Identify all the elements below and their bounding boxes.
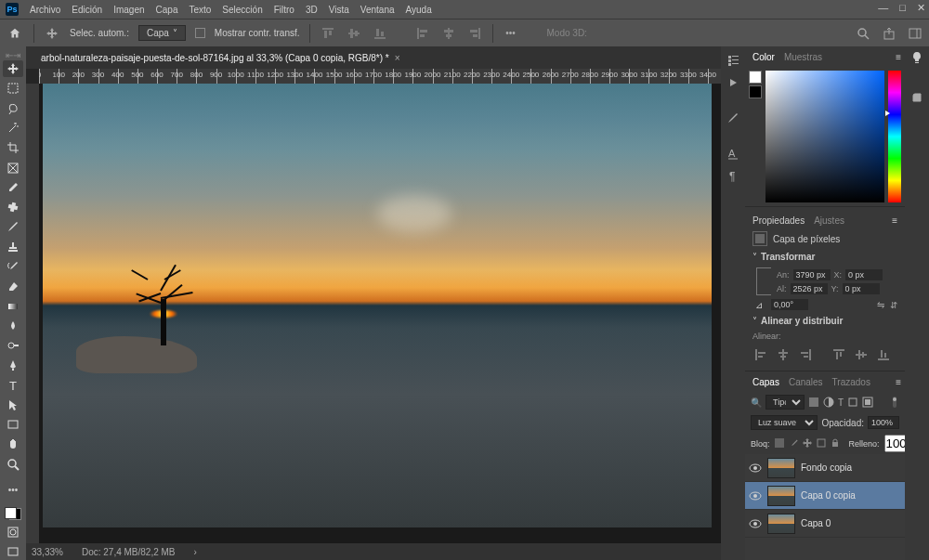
path-selection-tool[interactable]: [3, 397, 23, 413]
align-hcenter-icon[interactable]: [440, 25, 457, 42]
lock-move-icon[interactable]: [803, 438, 812, 449]
align-top-icon[interactable]: [320, 25, 336, 42]
status-chevron-icon[interactable]: ›: [194, 547, 197, 557]
align-left-icon[interactable]: [414, 25, 431, 42]
lock-position-icon[interactable]: [789, 438, 798, 449]
visibility-eye-icon[interactable]: [749, 517, 762, 530]
align-right-btn[interactable]: [797, 346, 814, 363]
layer-row[interactable]: Fondo copia: [745, 454, 905, 482]
gradient-tool[interactable]: [3, 297, 23, 314]
magic-wand-tool[interactable]: [3, 120, 23, 137]
show-transform-checkbox[interactable]: [195, 28, 205, 38]
eraser-tool[interactable]: [3, 278, 23, 294]
align-left-btn[interactable]: [752, 346, 769, 363]
move-tool[interactable]: [3, 60, 23, 77]
align-hcenter-btn[interactable]: [775, 346, 792, 363]
filter-smart-icon[interactable]: [862, 397, 873, 408]
lightbulb-icon[interactable]: [909, 50, 924, 65]
menu-vista[interactable]: Vista: [329, 5, 349, 15]
canvas[interactable]: [39, 84, 721, 543]
visibility-eye-icon[interactable]: [749, 489, 762, 502]
panel-menu-icon[interactable]: ≡: [892, 215, 897, 226]
menu-ventana[interactable]: Ventana: [360, 5, 395, 15]
align-section-header[interactable]: ˅ Alinear y distribuir: [745, 312, 905, 330]
history-panel-icon[interactable]: [723, 50, 743, 71]
link-wh-icon[interactable]: [756, 267, 771, 295]
workspace-icon[interactable]: [907, 25, 923, 42]
filter-search-icon[interactable]: 🔍: [751, 397, 762, 408]
quick-mask-icon[interactable]: [3, 523, 23, 540]
width-input[interactable]: [793, 269, 831, 280]
tab-trazados[interactable]: Trazados: [832, 377, 870, 387]
menu-seleccion[interactable]: Selección: [222, 5, 262, 15]
flip-v-icon[interactable]: ⇵: [890, 300, 897, 310]
hue-slider[interactable]: [888, 71, 901, 202]
filter-type-dropdown[interactable]: Tipo: [765, 395, 805, 410]
x-input[interactable]: [845, 269, 883, 280]
tab-ajustes[interactable]: Ajustes: [814, 215, 844, 226]
brush-tool[interactable]: [3, 218, 23, 235]
search-icon[interactable]: [855, 25, 871, 42]
auto-select-target-dropdown[interactable]: Capa ˅: [138, 25, 186, 41]
document-tab[interactable]: arbol-naturaleza-paisaje-puesta-de-sol-8…: [32, 49, 410, 67]
paragraph-panel-icon[interactable]: ¶: [723, 165, 743, 186]
eyedropper-tool[interactable]: [3, 179, 23, 196]
angle-input[interactable]: [771, 299, 808, 310]
lasso-tool[interactable]: [3, 100, 23, 117]
filter-adjustment-icon[interactable]: [823, 397, 834, 408]
layer-row[interactable]: Capa 0 copia: [745, 482, 905, 510]
libraries-panel-icon[interactable]: [910, 91, 923, 104]
tab-capas[interactable]: Capas: [752, 377, 779, 387]
menu-imagen[interactable]: Imagen: [113, 5, 144, 15]
align-bottom-btn[interactable]: [875, 346, 892, 363]
zoom-level[interactable]: 33,33%: [32, 547, 63, 557]
background-color[interactable]: [749, 85, 762, 98]
panel-menu-icon[interactable]: ≡: [896, 52, 901, 62]
pen-tool[interactable]: [3, 357, 23, 373]
screen-mode-icon[interactable]: [3, 543, 23, 560]
foreground-color[interactable]: [749, 71, 762, 84]
marquee-tool[interactable]: [3, 80, 23, 97]
tab-propiedades[interactable]: Propiedades: [752, 215, 805, 226]
menu-ayuda[interactable]: Ayuda: [406, 5, 432, 15]
tab-muestras[interactable]: Muestras: [784, 52, 822, 62]
opacity-input[interactable]: [868, 416, 899, 429]
panel-menu-icon[interactable]: ≡: [896, 377, 901, 387]
menu-3d[interactable]: 3D: [306, 5, 318, 15]
color-field[interactable]: [765, 71, 884, 202]
menu-edicion[interactable]: Edición: [72, 5, 102, 15]
lock-pixels-icon[interactable]: [775, 438, 784, 449]
more-align-icon[interactable]: •••: [503, 25, 519, 42]
layer-name[interactable]: Capa 0: [801, 518, 831, 528]
foreground-color-swatch[interactable]: [5, 507, 17, 519]
filter-pixel-icon[interactable]: [808, 397, 819, 408]
minimize-icon[interactable]: —: [878, 2, 888, 14]
filter-shape-icon[interactable]: [847, 397, 858, 408]
edit-toolbar-icon[interactable]: •••: [3, 481, 23, 498]
transform-section-header[interactable]: ˅ Transformar: [745, 248, 905, 266]
align-right-icon[interactable]: [466, 25, 483, 42]
character-panel-icon[interactable]: A: [723, 143, 743, 163]
filter-text-icon[interactable]: T: [838, 397, 844, 408]
tab-color[interactable]: Color: [752, 52, 775, 62]
hand-tool[interactable]: [3, 436, 23, 452]
history-brush-tool[interactable]: [3, 258, 23, 275]
blur-tool[interactable]: [3, 318, 23, 334]
frame-tool[interactable]: [3, 159, 23, 176]
doc-size-info[interactable]: Doc: 27,4 MB/82,2 MB: [82, 547, 176, 557]
layer-row[interactable]: Capa 0: [745, 510, 905, 538]
visibility-eye-icon[interactable]: [749, 462, 762, 475]
flip-h-icon[interactable]: ⇋: [877, 300, 884, 310]
menu-capa[interactable]: Capa: [156, 5, 178, 15]
menu-texto[interactable]: Texto: [189, 5, 211, 15]
layer-name[interactable]: Fondo copia: [801, 462, 852, 473]
close-icon[interactable]: ✕: [917, 2, 925, 14]
align-vcenter-btn[interactable]: [853, 346, 870, 363]
y-input[interactable]: [843, 283, 880, 294]
lock-artboard-icon[interactable]: [817, 438, 826, 449]
menu-filtro[interactable]: Filtro: [274, 5, 294, 15]
text-tool[interactable]: T: [3, 377, 23, 394]
blend-mode-dropdown[interactable]: Luz suave: [751, 415, 818, 430]
shape-tool[interactable]: [3, 416, 23, 433]
home-button[interactable]: [6, 24, 24, 43]
